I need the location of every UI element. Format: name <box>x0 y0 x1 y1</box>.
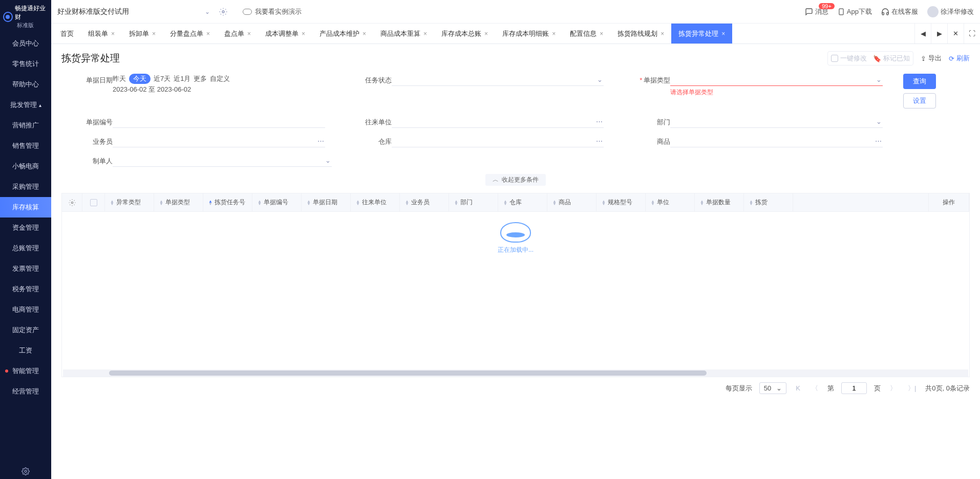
customer-service[interactable]: 在线客服 <box>881 7 918 16</box>
select-all[interactable] <box>82 193 105 211</box>
scrollbar-thumb[interactable] <box>109 371 707 376</box>
product-input[interactable] <box>670 135 883 147</box>
tab-4[interactable]: 盘点单× <box>217 24 258 43</box>
sidebar-item-10[interactable]: 总账管理 <box>0 238 51 258</box>
date-quick-option[interactable]: 今天 <box>129 74 151 84</box>
column-header[interactable]: ▲▼单据数量 <box>695 193 744 211</box>
product-selector[interactable]: 好业财标准版交付试用 ⌄ <box>57 7 210 16</box>
doc-no-input[interactable] <box>113 116 325 128</box>
close-icon[interactable]: × <box>661 30 664 37</box>
column-header[interactable]: ▲▼单据编号 <box>252 193 302 211</box>
doc-type-input[interactable] <box>670 74 883 86</box>
sidebar-item-14[interactable]: 固定资产 <box>0 320 51 340</box>
tab-8[interactable]: 库存成本总账× <box>434 24 495 43</box>
tab-0[interactable]: 首页 <box>53 24 81 43</box>
sidebar-item-11[interactable]: 发票管理 <box>0 258 51 279</box>
collapse-filters-button[interactable]: ︿ 收起更多条件 <box>485 174 546 186</box>
close-icon[interactable]: × <box>302 30 305 37</box>
tabs-fullscreen[interactable]: ⛶ <box>964 24 980 43</box>
tab-3[interactable]: 分量盘点单× <box>163 24 217 43</box>
tabs-scroll-left[interactable]: ◀ <box>914 24 931 43</box>
page-input[interactable] <box>841 382 867 394</box>
settings-button[interactable]: 设置 <box>903 93 936 108</box>
horizontal-scrollbar[interactable] <box>63 369 968 377</box>
sidebar-item-16[interactable]: 智能管理 <box>0 361 51 381</box>
table-settings[interactable] <box>62 193 82 211</box>
tab-9[interactable]: 库存成本明细账× <box>495 24 563 43</box>
chevron-down-icon[interactable]: ⌄ <box>597 76 603 83</box>
user-menu[interactable]: 徐泽华修改 <box>927 6 974 17</box>
tabs-scroll-right[interactable]: ▶ <box>931 24 947 43</box>
tab-10[interactable]: 配置信息× <box>563 24 610 43</box>
date-quick-option[interactable]: 更多 <box>194 74 207 83</box>
page-first[interactable]: K <box>794 384 802 392</box>
sidebar-item-7[interactable]: 采购管理 <box>0 177 51 197</box>
tab-2[interactable]: 拆卸单× <box>122 24 163 43</box>
query-button[interactable]: 查询 <box>903 74 936 89</box>
tabs-close-all[interactable]: ✕ <box>947 24 964 43</box>
column-header[interactable]: ▲▼异常类型 <box>105 193 154 211</box>
sidebar-item-6[interactable]: 小畅电商 <box>0 156 51 177</box>
column-header[interactable]: ▲▼单位 <box>646 193 695 211</box>
more-icon[interactable]: ⋯ <box>317 137 324 145</box>
close-icon[interactable]: × <box>600 30 603 37</box>
more-icon[interactable]: ⋯ <box>875 137 882 145</box>
column-header[interactable]: ▲▼部门 <box>449 193 498 211</box>
page-next[interactable]: 〉 <box>888 384 899 393</box>
close-icon[interactable]: × <box>484 30 488 37</box>
chevron-down-icon[interactable]: ⌄ <box>876 76 882 83</box>
close-icon[interactable]: × <box>247 30 251 37</box>
date-quick-option[interactable]: 近1月 <box>174 74 190 83</box>
sidebar-item-13[interactable]: 电商管理 <box>0 299 51 320</box>
close-icon[interactable]: × <box>111 30 115 37</box>
dept-input[interactable] <box>670 116 883 128</box>
tab-1[interactable]: 组装单× <box>81 24 122 43</box>
sidebar-item-4[interactable]: 营销推广 <box>0 115 51 136</box>
topbar-settings[interactable] <box>219 8 227 16</box>
chevron-down-icon[interactable]: ⌄ <box>325 157 331 164</box>
column-header[interactable]: ▲▼往来单位 <box>351 193 400 211</box>
messages-button[interactable]: 消息 99+ <box>805 7 828 16</box>
more-icon[interactable]: ⋯ <box>596 118 603 125</box>
page-last[interactable]: 〉| <box>906 384 918 393</box>
tab-6[interactable]: 产品成本维护× <box>312 24 373 43</box>
tab-11[interactable]: 拣货路线规划× <box>610 24 671 43</box>
close-icon[interactable]: × <box>721 30 725 37</box>
tab-7[interactable]: 商品成本重算× <box>373 24 434 43</box>
tab-12[interactable]: 拣货异常处理× <box>671 24 732 43</box>
sidebar-item-0[interactable]: 会员中心 <box>0 33 51 54</box>
date-quick-option[interactable]: 昨天 <box>113 74 126 83</box>
sales-input[interactable] <box>113 135 325 147</box>
sidebar-item-2[interactable]: 帮助中心 <box>0 74 51 95</box>
sidebar-item-17[interactable]: 经营管理 <box>0 381 51 402</box>
sidebar-item-9[interactable]: 资金管理 <box>0 217 51 238</box>
column-header[interactable]: ▲▼规格型号 <box>596 193 646 211</box>
date-quick-option[interactable]: 自定义 <box>210 74 230 83</box>
close-icon[interactable]: × <box>363 30 366 37</box>
sidebar-item-12[interactable]: 税务管理 <box>0 279 51 299</box>
chevron-down-icon[interactable]: ⌄ <box>876 118 882 125</box>
page-prev[interactable]: 〈 <box>809 384 820 393</box>
refresh-button[interactable]: ⟳ 刷新 <box>949 54 970 63</box>
warehouse-input[interactable] <box>392 135 604 147</box>
column-header[interactable]: ▲▼业务员 <box>400 193 449 211</box>
demo-link[interactable]: 我要看实例演示 <box>243 7 302 16</box>
column-header[interactable]: ▲▼仓库 <box>498 193 547 211</box>
creator-input[interactable] <box>113 155 332 167</box>
partner-input[interactable] <box>392 116 604 128</box>
page-size-select[interactable]: 50 ⌄ <box>759 382 786 394</box>
column-header[interactable]: ▲▼单据类型 <box>154 193 203 211</box>
task-status-input[interactable] <box>392 74 604 86</box>
column-header[interactable]: ▲▼拣货任务号 <box>203 193 252 211</box>
export-button[interactable]: ⇪ 导出 <box>921 54 942 63</box>
close-icon[interactable]: × <box>206 30 210 37</box>
column-header[interactable]: ▲▼拣货 <box>744 193 793 211</box>
close-icon[interactable]: × <box>152 30 156 37</box>
more-icon[interactable]: ⋯ <box>596 137 603 145</box>
tab-5[interactable]: 成本调整单× <box>258 24 312 43</box>
column-header[interactable]: ▲▼单据日期 <box>302 193 351 211</box>
close-icon[interactable]: × <box>552 30 556 37</box>
sidebar-item-15[interactable]: 工资 <box>0 340 51 361</box>
sidebar-item-8[interactable]: 库存核算 <box>0 197 51 217</box>
app-download[interactable]: App下载 <box>838 7 872 16</box>
